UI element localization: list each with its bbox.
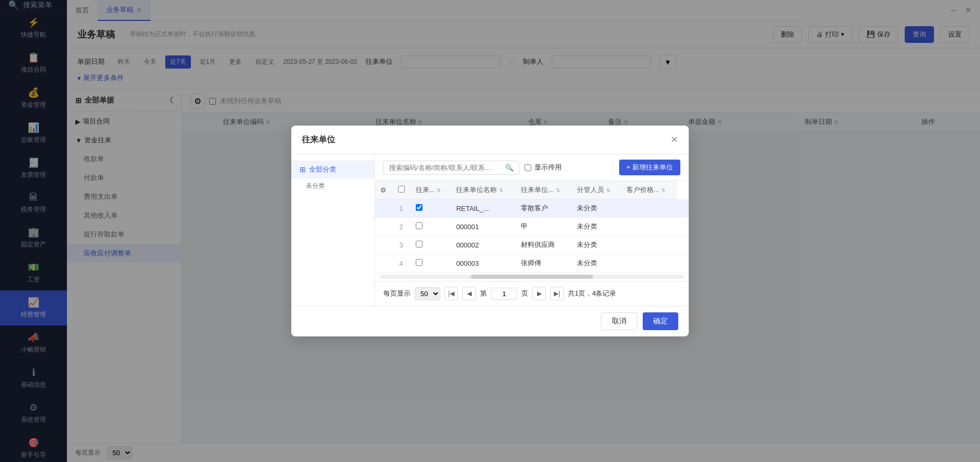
dialog-main: 🔍 显示停用 + 新增往来单位 ⚙	[375, 154, 689, 306]
next-page-button[interactable]: ▶	[532, 287, 546, 300]
table-row[interactable]: 2 000001 甲 未分类	[375, 218, 689, 236]
modal-overlay: 往来单位 ✕ ⊞ 全部分类 未分类 🔍	[0, 0, 980, 462]
add-new-party-button[interactable]: + 新增往来单位	[619, 160, 680, 175]
row-checkbox[interactable]	[416, 204, 423, 211]
cancel-button[interactable]: 取消	[601, 312, 637, 330]
page-suffix: 页	[521, 289, 528, 298]
show-disabled-label[interactable]: 显示停用	[525, 163, 562, 172]
row-number: 2	[392, 218, 411, 236]
dialog-pagination: 每页显示 50 |◀ ◀ 第 页 ▶ ▶| 共1页，4条记录	[375, 281, 689, 306]
dialog-close-button[interactable]: ✕	[670, 134, 678, 145]
last-page-button[interactable]: ▶|	[550, 287, 564, 300]
row-check[interactable]	[411, 254, 451, 273]
total-records: 共1页，4条记录	[568, 289, 616, 298]
row-code: 000001	[451, 218, 516, 236]
row-category: 未分类	[572, 199, 621, 218]
dialog-sidebar-all[interactable]: ⊞ 全部分类	[291, 161, 374, 178]
row-settings	[375, 254, 392, 273]
dialog-body: ⊞ 全部分类 未分类 🔍 显示停用	[291, 154, 689, 306]
row-check[interactable]	[411, 218, 451, 236]
row-name: 零散客户	[516, 199, 572, 218]
table-row[interactable]: 3 000002 材料供应商 未分类	[375, 236, 689, 254]
row-number: 1	[392, 199, 411, 218]
dialog-toolbar: 🔍 显示停用 + 新增往来单位	[375, 154, 689, 181]
row-code: 000003	[451, 254, 516, 273]
row-price	[677, 236, 689, 254]
dialog-actions: 取消 确定	[291, 306, 689, 336]
search-icon: 🔍	[505, 164, 514, 172]
per-page-label: 每页显示	[383, 289, 411, 298]
grid-icon: ⊞	[300, 165, 306, 174]
th-manager[interactable]: 分管人员 ⇅	[572, 181, 621, 199]
row-manager	[621, 236, 677, 254]
row-number: 3	[392, 236, 411, 254]
row-manager	[621, 199, 677, 218]
page-label: 第	[480, 289, 487, 298]
th-code[interactable]: 往来... ⇅	[411, 181, 451, 199]
row-settings	[375, 199, 392, 218]
th-price[interactable]: 客户价格... ⇅	[621, 181, 677, 199]
row-price	[677, 199, 689, 218]
row-name: 张师傅	[516, 254, 572, 273]
party-dialog: 往来单位 ✕ ⊞ 全部分类 未分类 🔍	[291, 126, 689, 336]
row-category: 未分类	[572, 236, 621, 254]
th-check	[392, 181, 411, 199]
first-page-button[interactable]: |◀	[445, 287, 458, 300]
party-table: ⚙ 往来... ⇅ 往来单位名称 ⇅ 往来单位... ⇅ 分管人员 ⇅ 客户价格…	[375, 181, 689, 273]
row-check[interactable]	[411, 236, 451, 254]
row-settings	[375, 236, 392, 254]
th-name[interactable]: 往来单位名称 ⇅	[451, 181, 516, 199]
row-code: RETAIL_...	[451, 199, 516, 218]
table-row[interactable]: 4 000003 张师傅 未分类	[375, 254, 689, 273]
per-page-select[interactable]: 50	[415, 287, 440, 300]
scrollbar-thumb	[471, 275, 593, 279]
row-checkbox[interactable]	[416, 222, 423, 229]
dialog-header: 往来单位 ✕	[291, 126, 689, 154]
confirm-button[interactable]: 确定	[643, 312, 678, 330]
row-category: 未分类	[572, 254, 621, 273]
dialog-sidebar: ⊞ 全部分类 未分类	[291, 154, 375, 306]
row-settings	[375, 218, 392, 236]
th-settings[interactable]: ⚙	[375, 181, 392, 199]
prev-page-button[interactable]: ◀	[462, 287, 476, 300]
row-checkbox[interactable]	[416, 241, 423, 247]
row-number: 4	[392, 254, 411, 273]
show-disabled-checkbox[interactable]	[525, 164, 531, 171]
row-manager	[621, 254, 677, 273]
row-price	[677, 218, 689, 236]
row-name: 材料供应商	[516, 236, 572, 254]
row-price	[677, 254, 689, 273]
table-row[interactable]: 1 RETAIL_... 零散客户 未分类	[375, 199, 689, 218]
dialog-search-input[interactable]	[389, 164, 502, 172]
dialog-table: ⚙ 往来... ⇅ 往来单位名称 ⇅ 往来单位... ⇅ 分管人员 ⇅ 客户价格…	[375, 181, 689, 273]
row-code: 000002	[451, 236, 516, 254]
th-category[interactable]: 往来单位... ⇅	[516, 181, 572, 199]
dialog-sidebar-uncategorized[interactable]: 未分类	[291, 178, 374, 194]
dialog-search-wrapper: 🔍	[383, 161, 519, 175]
row-check[interactable]	[411, 199, 451, 218]
horizontal-scrollbar[interactable]	[379, 275, 685, 279]
select-all-checkbox[interactable]	[398, 186, 405, 193]
page-number-input[interactable]	[491, 288, 517, 300]
row-category: 未分类	[572, 218, 621, 236]
dialog-title: 往来单位	[302, 134, 335, 145]
row-manager	[621, 218, 677, 236]
row-checkbox[interactable]	[416, 259, 423, 266]
row-name: 甲	[516, 218, 572, 236]
